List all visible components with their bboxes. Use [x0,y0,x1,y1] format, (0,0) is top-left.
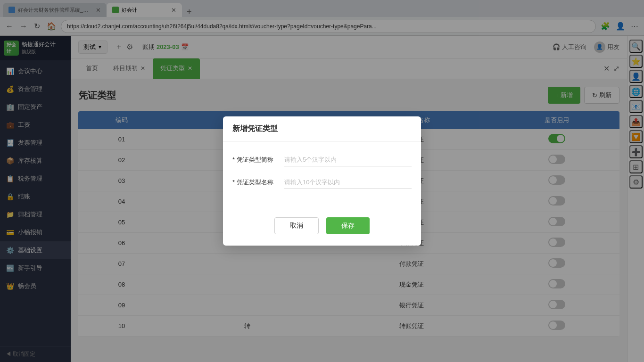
short-input[interactable] [284,153,412,166]
modal-body: * 凭证类型简称 * 凭证类型名称 [223,142,421,210]
form-row-short: * 凭证类型简称 [232,153,412,166]
add-voucher-modal: 新增凭证类型 * 凭证类型简称 * 凭证类型名称 取消 保存 [223,116,421,246]
save-label: 保存 [341,222,355,229]
form-row-name: * 凭证类型名称 [232,176,412,189]
modal-title: 新增凭证类型 [232,124,278,132]
modal-header: 新增凭证类型 [223,116,421,142]
name-label: * 凭证类型名称 [232,178,284,187]
short-label: * 凭证类型简称 [232,156,284,164]
modal-overlay: 新增凭证类型 * 凭证类型简称 * 凭证类型名称 取消 保存 [0,0,644,362]
modal-footer: 取消 保存 [223,210,421,246]
name-input[interactable] [284,176,412,189]
cancel-button[interactable]: 取消 [274,217,319,234]
save-button[interactable]: 保存 [326,217,370,234]
cancel-label: 取消 [290,222,303,229]
